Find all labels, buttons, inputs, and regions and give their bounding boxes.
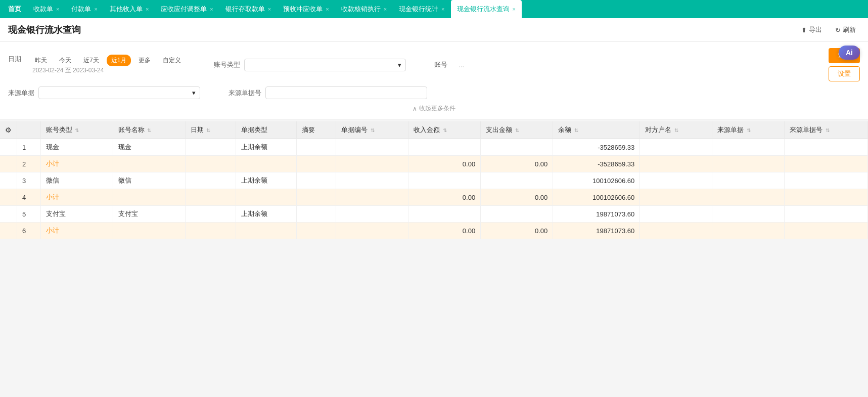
table-row[interactable]: 2小计0.000.00-3528659.33	[0, 156, 868, 172]
data-table: ⚙ 账号类型 ⇅ 账号名称 ⇅ 日期 ⇅ 单据类型	[0, 121, 868, 239]
table-cell: 100102606.60	[553, 189, 640, 206]
table-cell	[185, 172, 236, 189]
table-cell	[712, 189, 785, 206]
chevron-down-icon: ▾	[398, 61, 401, 69]
sort-icon[interactable]: ⇅	[515, 127, 519, 133]
table-row[interactable]: 1现金现金上期余额-3528659.33	[0, 139, 868, 156]
nav-tab-ar-ap-adjust[interactable]: 应收应付调整单 ×	[155, 0, 219, 18]
close-icon[interactable]: ×	[384, 6, 387, 12]
date-opt-today[interactable]: 今天	[55, 55, 76, 66]
gear-icon[interactable]: ⚙	[5, 126, 12, 134]
chevron-down-icon: ▾	[192, 89, 196, 97]
table-row[interactable]: 4小计0.000.00100102606.60	[0, 189, 868, 206]
table-cell	[0, 223, 17, 239]
nav-tab-payment[interactable]: 付款单 ×	[65, 0, 103, 18]
date-opt-7days[interactable]: 近7天	[79, 55, 104, 66]
table-cell	[640, 206, 712, 223]
close-icon[interactable]: ×	[268, 6, 271, 12]
sort-icon[interactable]: ⇅	[206, 127, 210, 133]
close-icon[interactable]: ×	[210, 6, 213, 12]
sort-icon[interactable]: ⇅	[674, 127, 678, 133]
sort-icon[interactable]: ⇅	[75, 127, 79, 133]
close-icon[interactable]: ×	[513, 6, 516, 12]
th-expense: 支出金额 ⇅	[481, 121, 553, 139]
table-row[interactable]: 5支付宝支付宝上期余额19871073.60	[0, 206, 868, 223]
date-opt-1month[interactable]: 近1月	[107, 55, 131, 66]
table-cell: 支付宝	[40, 206, 113, 223]
top-navigation: 首页 收款单 × 付款单 × 其他收入单 × 应收应付调整单 × 银行存取款单 …	[0, 0, 868, 18]
date-opt-more[interactable]: 更多	[134, 55, 155, 66]
table-cell	[236, 189, 297, 206]
collapse-bar[interactable]: ∧ 收起更多条件	[8, 104, 860, 113]
sort-icon[interactable]: ⇅	[747, 127, 751, 133]
table-cell	[408, 206, 481, 223]
close-icon[interactable]: ×	[326, 6, 329, 12]
nav-tab-collection-exec[interactable]: 收款核销执行 ×	[335, 0, 393, 18]
table-cell: 0.00	[481, 156, 553, 172]
nav-tab-home[interactable]: 首页	[2, 0, 27, 18]
sort-icon[interactable]: ⇅	[443, 127, 447, 133]
table-cell	[336, 139, 408, 156]
th-counterpart: 对方户名 ⇅	[640, 121, 712, 139]
table-cell	[297, 139, 336, 156]
table-cell	[712, 172, 785, 189]
source-doc-select[interactable]: ▾	[38, 86, 200, 99]
date-label: 日期	[8, 55, 26, 64]
date-opt-yesterday[interactable]: 昨天	[30, 55, 52, 66]
table-cell: 5	[17, 206, 41, 223]
table-cell: 3	[17, 172, 41, 189]
nav-tab-other-income[interactable]: 其他收入单 ×	[104, 0, 155, 18]
close-icon[interactable]: ×	[94, 6, 97, 12]
date-options-group: 昨天 今天 近7天 近1月 更多 自定义 2023-02-24 至 2023-0…	[30, 55, 186, 75]
refresh-button[interactable]: ↻ 刷新	[831, 23, 860, 36]
table-cell	[297, 172, 336, 189]
sort-icon[interactable]: ⇅	[371, 127, 375, 133]
nav-tab-advance-offset[interactable]: 预收冲应收单 ×	[277, 0, 335, 18]
table-cell	[297, 223, 336, 239]
account-filter: 账号 ...	[434, 60, 466, 69]
th-settings[interactable]: ⚙	[0, 121, 17, 139]
table-cell	[785, 223, 868, 239]
table-cell	[336, 156, 408, 172]
nav-tab-cash-bank-flow[interactable]: 现金银行流水查询 ×	[451, 0, 522, 18]
close-icon[interactable]: ×	[146, 6, 149, 12]
th-balance: 余额 ⇅	[553, 121, 640, 139]
th-doc-type: 单据类型	[236, 121, 297, 139]
settings-button[interactable]: 设置	[829, 66, 860, 81]
table-cell: -3528659.33	[553, 156, 640, 172]
nav-tab-bank-deposit[interactable]: 银行存取款单 ×	[219, 0, 277, 18]
nav-tab-cash-bank-stat[interactable]: 现金银行统计 ×	[393, 0, 450, 18]
table-row[interactable]: 6小计0.000.0019871073.60	[0, 223, 868, 239]
table-header-row: ⚙ 账号类型 ⇅ 账号名称 ⇅ 日期 ⇅ 单据类型	[0, 121, 868, 139]
export-button[interactable]: ⬆ 导出	[797, 23, 826, 36]
table-cell	[712, 156, 785, 172]
ai-badge[interactable]: Ai	[839, 46, 860, 60]
table-cell	[113, 189, 185, 206]
date-opt-custom[interactable]: 自定义	[158, 55, 186, 66]
sort-icon[interactable]: ⇅	[826, 127, 830, 133]
filter-area: 日期 昨天 今天 近7天 近1月 更多 自定义 2023-02-24 至 202…	[0, 42, 868, 119]
nav-tab-receipt[interactable]: 收款单 ×	[27, 0, 65, 18]
table-cell: 小计	[40, 223, 113, 239]
close-icon[interactable]: ×	[441, 6, 444, 12]
account-dots[interactable]: ...	[456, 61, 466, 69]
table-row[interactable]: 3微信微信上期余额100102606.60	[0, 172, 868, 189]
collapse-label: 收起更多条件	[419, 104, 455, 113]
table-cell	[640, 139, 712, 156]
close-icon[interactable]: ×	[56, 6, 59, 12]
table-cell: 19871073.60	[553, 206, 640, 223]
sort-icon[interactable]: ⇅	[147, 127, 151, 133]
th-account-type: 账号类型 ⇅	[40, 121, 113, 139]
account-type-filter: 账号类型 ▾	[214, 59, 406, 71]
table-cell	[185, 189, 236, 206]
source-doc-no-input[interactable]	[265, 86, 427, 99]
table-cell: 小计	[40, 189, 113, 206]
table-cell	[640, 156, 712, 172]
table-cell	[0, 189, 17, 206]
table-cell	[785, 156, 868, 172]
table-cell	[712, 206, 785, 223]
table-cell	[297, 206, 336, 223]
collapse-icon: ∧	[413, 105, 417, 112]
account-type-select[interactable]: ▾	[244, 59, 406, 71]
sort-icon[interactable]: ⇅	[574, 127, 578, 133]
